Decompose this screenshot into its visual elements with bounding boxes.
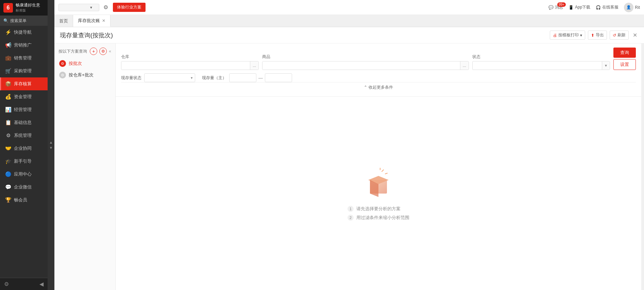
sidebar-collapse-icon[interactable]: ◀ [39,281,44,287]
refresh-button[interactable]: ↺ 刷新 [610,31,629,40]
plan-label-warehouse-batch: 按仓库+批次 [69,72,94,78]
purchase-icon: 🛒 [5,68,11,74]
sidebar-item-wechat[interactable]: 💬 企业微信 [0,181,48,194]
user-profile-button[interactable]: 👤 Rit [624,3,640,12]
sidebar-settings-icon[interactable]: ⚙ [4,281,9,287]
main-area: ▾ ⚙ 体验行业方案 💬 消息 99+ 📱 App下载 🎧 在线客服 👤 [54,0,644,290]
print-dropdown-icon: ▾ [580,33,582,38]
message-button[interactable]: 💬 消息 99+ [548,4,563,10]
inventory-status-label: 现存量状态 [121,75,141,81]
svg-line-4 [385,173,387,174]
product-more-button[interactable]: ... [460,61,469,70]
sidebar-item-label: 系统管理 [14,132,32,139]
query-button[interactable]: 查询 [613,48,636,58]
sidebar-item-marketing[interactable]: 📢 营销推广 [0,39,48,52]
empty-state: 1 请先选择要分析的方案 2 用过滤条件来缩小分析范围 [116,97,641,290]
guide-icon: 🎓 [5,158,11,164]
export-label: 导出 [596,32,604,38]
sidebar-item-inventory[interactable]: 📦 库存核算 [0,77,48,90]
search-icon: 🔍 [3,18,9,23]
search-menu-label: 搜索菜单 [10,18,27,24]
wechat-icon: 💬 [5,184,11,190]
empty-illustration [361,166,395,200]
sidebar-item-sales[interactable]: 💼 销售管理 [0,52,48,65]
online-service-button[interactable]: 🎧 在线客服 [596,4,618,10]
plan-item-batch[interactable]: ⚙ 按批次 [54,58,115,69]
header-search-box[interactable]: ▾ [58,4,99,11]
warehouse-more-button[interactable]: ... [250,61,258,70]
sidebar-item-member[interactable]: 🏆 畅会员 [0,194,48,206]
sidebar-item-label: 采购管理 [14,68,32,74]
search-dropdown-button[interactable]: ▾ [90,5,92,10]
empty-tips: 1 请先选择要分析的方案 2 用过滤条件来缩小分析范围 [348,206,409,221]
export-button[interactable]: ⬆ 导出 [588,31,607,40]
tabs-bar: 首页 库存批次账 ✕ [54,15,644,27]
sidebar-item-purchase[interactable]: 🛒 采购管理 [0,65,48,77]
sidebar-nav: ⚡ 快捷导航 📢 营销推广 💼 销售管理 🛒 采购管理 📦 库存核算 💰 资金管… [0,26,48,278]
plan-settings-button[interactable]: ⚙ [99,48,107,55]
app-name-block: 畅康通好生意 标准版 [16,3,40,13]
page-title: 现存量查询(按批次) [60,31,113,39]
tab-home[interactable]: 首页 [54,15,73,27]
sidebar-item-label: 资金管理 [14,94,32,100]
sidebar: 6 畅康通好生意 标准版 🔍 搜索菜单 ⚡ 快捷导航 📢 营销推广 💼 销售管理… [0,0,48,290]
sidebar-item-guide[interactable]: 🎓 新手引导 [0,155,48,168]
inventory-status-select-wrapper [144,73,195,82]
sidebar-item-system[interactable]: ⚙ 系统管理 [0,129,48,142]
add-plan-button[interactable]: + [90,48,97,55]
refresh-icon: ↺ [613,33,616,38]
avatar: 👤 [624,3,633,12]
inventory-qty-from-input[interactable] [229,73,256,82]
left-panel-collapse-button[interactable]: « [109,48,111,55]
app-download-label: App下载 [575,4,590,10]
scroll-down-button[interactable]: ▼ [49,146,53,150]
right-panel: 仓库 ... 商品 ... [116,43,641,290]
filter-settings-button[interactable]: 设置 [613,59,636,70]
warehouse-label: 仓库 [121,54,259,60]
member-icon: 🏆 [5,197,11,203]
search-menu-item[interactable]: 🔍 搜索菜单 [0,16,48,26]
refresh-label: 刷新 [617,32,626,38]
sidebar-item-label: 应用中心 [14,171,32,177]
sidebar-item-label: 库存核算 [14,81,32,87]
message-badge: 99+ [557,2,566,7]
scroll-up-button[interactable]: ▲ [49,140,53,144]
content-area: 按以下方案查询 + ⚙ « ⚙ 按批次 ⚙ 按仓库+批次 [54,43,644,290]
tab-inventory-batch[interactable]: 库存批次账 ✕ [73,15,111,27]
plan-icon-warehouse-batch: ⚙ [59,72,66,78]
header-left: ▾ ⚙ [58,3,109,12]
svg-line-3 [382,170,384,171]
sidebar-item-app-center[interactable]: 🔵 应用中心 [0,168,48,181]
page-header: 现存量查询(按批次) 🖨 按模板打印 ▾ ⬆ 导出 ↺ 刷新 ✕ [54,27,644,43]
sidebar-scroll: ▲ ▼ [48,0,54,290]
sidebar-item-basic[interactable]: 📋 基础信息 [0,116,48,129]
collapse-more-button[interactable]: ⌃ 收起更多条件 [121,82,636,92]
product-input[interactable] [262,61,460,70]
app-version: 标准版 [16,8,40,13]
inventory-status-select[interactable] [144,73,195,82]
left-panel: 按以下方案查询 + ⚙ « ⚙ 按批次 ⚙ 按仓库+批次 [54,43,116,290]
inventory-qty-range: — [229,73,292,82]
app-name: 畅康通好生意 [16,3,40,8]
close-page-button[interactable]: ✕ [631,31,639,40]
status-dropdown-button[interactable]: ▾ [602,61,610,70]
warehouse-input[interactable] [121,61,250,70]
print-button[interactable]: 🖨 按模板打印 ▾ [550,31,585,40]
trial-btn[interactable]: 体验行业方案 [113,3,146,12]
sidebar-item-label: 快捷导航 [14,29,32,35]
app-download-button[interactable]: 📱 App下载 [569,4,590,10]
sidebar-item-operation[interactable]: 📊 经营管理 [0,103,48,116]
plan-icon-batch: ⚙ [59,60,66,67]
sidebar-item-quick-nav[interactable]: ⚡ 快捷导航 [0,26,48,39]
message-icon: 💬 [548,5,554,10]
plan-item-warehouse-batch[interactable]: ⚙ 按仓库+批次 [54,69,115,81]
header-actions: 💬 消息 99+ 📱 App下载 🎧 在线客服 👤 Rit [548,3,640,12]
sidebar-item-enterprise[interactable]: 🤝 企业协同 [0,142,48,155]
inventory-qty-to-input[interactable] [265,73,292,82]
sidebar-item-finance[interactable]: 💰 资金管理 [0,90,48,103]
sidebar-item-label: 经营管理 [14,107,32,113]
header-settings-button[interactable]: ⚙ [102,3,109,12]
tab-close-button[interactable]: ✕ [102,18,105,23]
header-search-input[interactable] [62,5,89,10]
status-display [473,64,602,67]
